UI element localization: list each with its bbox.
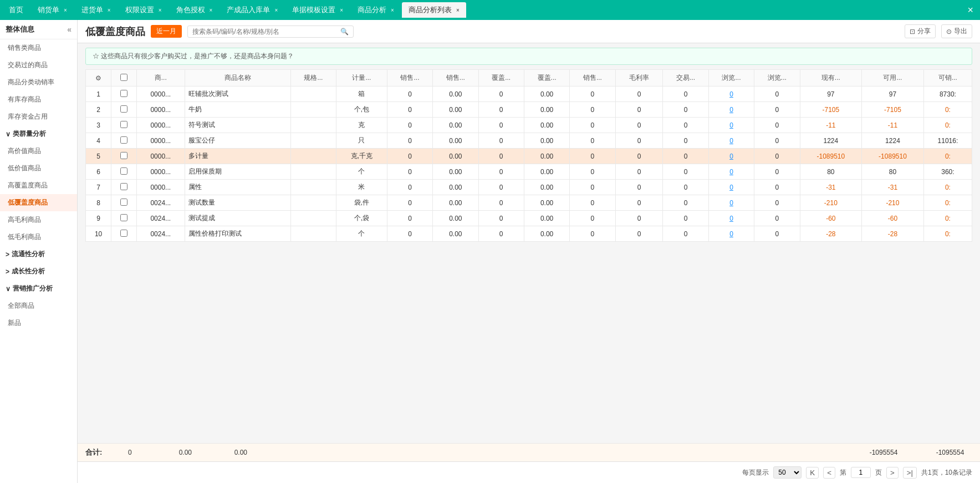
tab-close-icon[interactable]: × (210, 7, 213, 13)
first-page-btn[interactable]: K (806, 467, 819, 479)
top-nav: 首页销货单×进货单×权限设置×角色授权×产成品入库单×单据模板设置×商品分析×商… (0, 0, 980, 20)
cell-browse1[interactable]: 0 (708, 164, 754, 180)
cell-browse1[interactable]: 0 (708, 149, 754, 164)
nav-tab-角色授权[interactable]: 角色授权× (170, 2, 220, 18)
cell-num: 5 (86, 149, 111, 164)
cell-sellable: 0: (923, 211, 972, 226)
sidebar-group-流通性分析[interactable]: >流通性分析 (0, 246, 77, 263)
sidebar-group-营销推广分析[interactable]: ∨营销推广分析 (0, 280, 77, 297)
cell-sales_other: 0 (570, 211, 615, 226)
nav-tab-销货单[interactable]: 销货单× (31, 2, 74, 18)
cell-checkbox[interactable] (111, 87, 137, 102)
cell-sales_amt: 0.00 (433, 87, 478, 102)
cell-transaction: 0 (663, 118, 708, 133)
export-button[interactable]: ⊙ 导出 (941, 24, 972, 38)
sidebar-item-交易过的商品[interactable]: 交易过的商品 (0, 57, 77, 74)
tab-close-icon[interactable]: × (64, 7, 67, 13)
cell-sales_other: 0 (570, 164, 615, 180)
tab-close-icon[interactable]: × (108, 7, 111, 13)
cell-checkbox[interactable] (111, 149, 137, 164)
page-input[interactable] (851, 467, 871, 478)
cell-browse2: 0 (754, 118, 800, 133)
close-all-button[interactable]: × (963, 4, 978, 16)
info-banner: ☆ 这些商品只有很少客户购买过，是推广不够，还是商品本身问题？ (85, 48, 972, 65)
sidebar-item-全部商品[interactable]: 全部商品 (0, 297, 77, 314)
share-icon: ⊡ (910, 28, 915, 35)
sidebar-item-销售类商品[interactable]: 销售类商品 (0, 39, 77, 57)
tab-close-icon[interactable]: × (340, 7, 343, 13)
cell-checkbox[interactable] (111, 226, 137, 242)
sidebar-item-库存资金占用[interactable]: 库存资金占用 (0, 108, 77, 125)
th-settings[interactable]: ⚙ (86, 70, 111, 87)
sidebar-group-成长性分析[interactable]: >成长性分析 (0, 263, 77, 280)
sidebar-collapse-btn[interactable]: « (67, 25, 72, 34)
time-filter-button[interactable]: 近一月 (151, 25, 182, 38)
cell-coverage1: 0 (478, 211, 524, 226)
cell-name: 牛奶 (185, 102, 290, 118)
cell-sellable: 0: (923, 180, 972, 195)
nav-tab-首页[interactable]: 首页 (2, 2, 30, 18)
tab-close-icon[interactable]: × (391, 7, 394, 13)
next-page-btn[interactable]: > (886, 467, 899, 479)
nav-tab-商品分析[interactable]: 商品分析× (351, 2, 401, 18)
cell-spec (290, 133, 336, 149)
cell-checkbox[interactable] (111, 102, 137, 118)
cell-spec (290, 149, 336, 164)
tab-close-icon[interactable]: × (274, 7, 278, 13)
cell-name: 多计量 (185, 149, 290, 164)
cell-browse1[interactable]: 0 (708, 180, 754, 195)
search-input[interactable] (192, 28, 340, 35)
nav-tab-商品分析列表[interactable]: 商品分析列表× (402, 2, 466, 18)
cell-transaction: 0 (663, 164, 708, 180)
sidebar-item-有库存商品[interactable]: 有库存商品 (0, 91, 77, 108)
cell-checkbox[interactable] (111, 164, 137, 180)
last-page-btn[interactable]: >| (903, 467, 917, 479)
chevron-icon: > (6, 268, 9, 276)
tab-close-icon[interactable]: × (159, 7, 162, 13)
cell-browse1[interactable]: 0 (708, 133, 754, 149)
cell-gross_rate: 0 (615, 211, 663, 226)
cell-checkbox[interactable] (111, 195, 137, 211)
cell-checkbox[interactable] (111, 118, 137, 133)
th-checkbox[interactable] (111, 70, 137, 87)
sidebar-item-高毛利商品[interactable]: 高毛利商品 (0, 211, 77, 228)
sidebar-item-商品分类动销率[interactable]: 商品分类动销率 (0, 74, 77, 91)
cell-browse1[interactable]: 0 (708, 226, 754, 242)
cell-browse1[interactable]: 0 (708, 102, 754, 118)
cell-browse1[interactable]: 0 (708, 211, 754, 226)
cell-checkbox[interactable] (111, 180, 137, 195)
cell-num: 3 (86, 118, 111, 133)
cell-name: 属性价格打印测试 (185, 226, 290, 242)
sidebar-item-低覆盖度商品[interactable]: 低覆盖度商品 (0, 194, 77, 211)
cell-code: 0000... (136, 133, 185, 149)
sidebar-group-类群量分析[interactable]: ∨类群量分析 (0, 125, 77, 143)
cell-transaction: 0 (663, 133, 708, 149)
cell-browse1[interactable]: 0 (708, 118, 754, 133)
cell-checkbox[interactable] (111, 133, 137, 149)
nav-tab-单据模板设置[interactable]: 单据模板设置× (285, 2, 350, 18)
cell-checkbox[interactable] (111, 211, 137, 226)
search-icon[interactable]: 🔍 (340, 28, 349, 35)
select-all-checkbox[interactable] (120, 74, 127, 81)
prev-page-btn[interactable]: < (823, 467, 835, 479)
nav-tab-产成品入库单[interactable]: 产成品入库单× (220, 2, 284, 18)
sidebar-item-低毛利商品[interactable]: 低毛利商品 (0, 228, 77, 246)
page-size-select[interactable]: 50 100 200 (773, 466, 802, 479)
nav-tab-进货单[interactable]: 进货单× (75, 2, 118, 18)
cell-unit: 个,袋 (336, 211, 387, 226)
cell-browse1[interactable]: 0 (708, 87, 754, 102)
cell-browse1[interactable]: 0 (708, 195, 754, 211)
cell-gross_rate: 0 (615, 87, 663, 102)
sidebar-item-高覆盖度商品[interactable]: 高覆盖度商品 (0, 177, 77, 194)
cell-sales_qty: 0 (387, 118, 432, 133)
sidebar-item-低价值商品[interactable]: 低价值商品 (0, 160, 77, 177)
sidebar-item-高价值商品[interactable]: 高价值商品 (0, 143, 77, 160)
nav-tab-权限设置[interactable]: 权限设置× (119, 2, 169, 18)
cell-browse2: 0 (754, 149, 800, 164)
cell-name: 属性 (185, 180, 290, 195)
th-sales_qty: 销售... (387, 70, 432, 87)
table-row: 50000...多计量克,千克00.0000.0000000-1089510-1… (86, 149, 972, 164)
sidebar-item-新品[interactable]: 新品 (0, 314, 77, 332)
share-button[interactable]: ⊡ 分享 (905, 24, 936, 38)
tab-close-icon[interactable]: × (456, 7, 460, 13)
